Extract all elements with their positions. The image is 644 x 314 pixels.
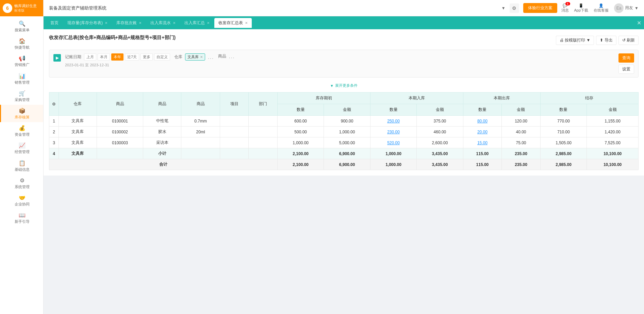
cell-out-qty[interactable]: 20.00 [463, 127, 502, 137]
goods-filter-label: 商品 [218, 53, 226, 59]
sidebar-item-marketing[interactable]: 📢 营销推广 [0, 52, 43, 70]
export-button[interactable]: ⬆ 导出 [596, 36, 616, 45]
sidebar-item-enterprise[interactable]: 🤝 企业协同 [0, 192, 43, 209]
query-button[interactable]: 查询 [618, 53, 634, 63]
logo-icon: 6 [3, 3, 12, 13]
cell-out-qty[interactable]: 15.00 [463, 137, 502, 148]
data-table: ⚙ 仓库 商品 商品 商品 项目 部门 库存期初 本期入库 本期出库 结存 数量 [49, 92, 639, 170]
th-closing-qty: 数量 [540, 104, 587, 116]
cell-department [249, 148, 278, 159]
expand-button[interactable]: ▼ 展开更多条件 [330, 83, 358, 88]
date-btn-本月[interactable]: 本月 [98, 53, 110, 61]
sidebar-item-finance[interactable]: 💰 资金管理 [0, 122, 43, 139]
cell-closing-qty: 1,505.00 [540, 137, 587, 148]
footer-out-qty: 115.00 [463, 159, 502, 170]
sidebar-item-operation[interactable]: 📈 经营管理 [0, 139, 43, 157]
sidebar-item-system[interactable]: ⚙ 系统管理 [0, 175, 43, 192]
cell-out-amt: 235.00 [502, 148, 541, 159]
tab-close-5[interactable]: ✕ [245, 21, 248, 25]
th-goods-spec: 商品 [181, 93, 220, 116]
cell-in-qty[interactable]: 520.00 [370, 137, 416, 148]
table-row: 4文具库小计2,100.006,900.001,000.003,435.0011… [49, 148, 639, 159]
footer-opening-qty: 2,100.00 [277, 159, 324, 170]
sidebar-label-system: 系统管理 [15, 185, 30, 189]
tab-2[interactable]: 库存批次账✕ [112, 18, 146, 28]
date-btn-上月[interactable]: 上月 [84, 53, 96, 61]
tab-label-1: 现存量(库存分布表) [67, 20, 103, 26]
cell-goods-name: 胶水 [143, 127, 181, 137]
cell-goods-name: 中性笔 [143, 116, 181, 127]
system-icon: ⚙ [20, 177, 24, 184]
cell-in-qty[interactable]: 230.00 [370, 127, 416, 137]
sidebar-label-operation: 经营管理 [15, 150, 30, 154]
table-gear-header[interactable]: ⚙ [49, 93, 59, 116]
th-group-in: 本期入库 [370, 93, 463, 104]
system-dropdown[interactable]: ▼ [501, 6, 506, 11]
tab-1[interactable]: 现存量(库存分布表)✕ [63, 18, 112, 28]
link-in-qty[interactable]: 250.00 [387, 119, 400, 123]
sidebar-item-search[interactable]: 🔍 搜索菜单 [0, 18, 43, 35]
tab-3[interactable]: 出入库流水✕ [146, 18, 180, 28]
settings-icon[interactable]: ⚙ [510, 3, 519, 13]
cell-out-amt: 40.00 [502, 127, 541, 137]
tab-0[interactable]: 首页 [46, 18, 63, 28]
link-out-qty[interactable]: 15.00 [477, 141, 488, 145]
sidebar-logo: 6 畅库调好生意 标准版 [0, 0, 43, 16]
goods-more[interactable]: ... [229, 54, 235, 59]
cell-warehouse: 文具库 [59, 137, 97, 148]
trial-button[interactable]: 体验行业方案 [523, 3, 557, 13]
tab-close-3[interactable]: ✕ [173, 21, 176, 25]
user-menu[interactable]: Ea 用友 ▼ [614, 3, 639, 13]
sidebar-label-sales: 销售管理 [15, 80, 30, 85]
date-btn-自定义[interactable]: 自定义 [154, 53, 170, 61]
warehouse-more[interactable]: ... [208, 54, 214, 60]
tab-close-1[interactable]: ✕ [105, 21, 108, 25]
link-in-qty[interactable]: 520.00 [387, 141, 400, 145]
tab-label-3: 出入库流水 [150, 20, 171, 26]
date-buttons: 上月本月本年近7天更多自定义 [84, 53, 170, 61]
footer-closing-amt: 10,100.00 [587, 159, 639, 170]
sidebar-label-guide: 新手引导 [15, 219, 30, 224]
th-warehouse: 仓库 [59, 93, 97, 116]
date-btn-更多[interactable]: 更多 [141, 53, 153, 61]
warehouse-filter-section: 仓库 文具库 ✕ ... [174, 53, 214, 61]
print-button[interactable]: 🖨 按模版打印 ▼ [556, 36, 594, 45]
warehouse-tag-close[interactable]: ✕ [200, 55, 203, 59]
th-project: 项目 [220, 93, 249, 116]
sidebar-label-purchase: 采购管理 [15, 98, 30, 102]
link-out-qty[interactable]: 80.00 [477, 119, 488, 123]
sidebar-item-quick[interactable]: 🏠 快捷导航 [0, 35, 43, 52]
app-download-button[interactable]: 📱 App下载 [574, 3, 589, 13]
th-group-opening: 库存期初 [277, 93, 370, 104]
online-service-button[interactable]: 👤 在线客服 [594, 3, 609, 13]
sidebar-item-inventory[interactable]: 📦 库存核算 [0, 105, 43, 122]
link-out-qty[interactable]: 20.00 [477, 130, 488, 134]
tab-close-2[interactable]: ✕ [139, 21, 142, 25]
date-btn-本年[interactable]: 本年 [111, 53, 123, 61]
tab-5[interactable]: 收发存汇总表✕ [214, 18, 252, 28]
link-in-qty[interactable]: 230.00 [387, 130, 400, 134]
footer-out-amt: 235.00 [502, 159, 541, 170]
tab-close-4[interactable]: ✕ [207, 21, 210, 25]
cell-in-qty[interactable]: 250.00 [370, 116, 416, 127]
tabbar-close-all[interactable]: ✕ [637, 20, 641, 26]
refresh-button[interactable]: ↺ 刷新 [618, 36, 639, 45]
sidebar: 6 畅库调好生意 标准版 🔍 搜索菜单 🏠 快捷导航 📢 营销推广 📊 销售管理… [0, 0, 44, 314]
filter-arrow-icon[interactable]: ▶ [53, 54, 61, 62]
page-title: 收发存汇总表(按仓库+商品编码+商品+规格型号+项目+部门) [49, 35, 176, 41]
cell-out-qty[interactable]: 80.00 [463, 116, 502, 127]
cell-opening-qty: 500.00 [277, 127, 324, 137]
sidebar-item-purchase[interactable]: 🛒 采购管理 [0, 87, 43, 105]
sidebar-item-basic[interactable]: 📋 基础信息 [0, 157, 43, 175]
table-settings-button[interactable]: 设置 [618, 65, 634, 74]
tab-4[interactable]: 出入库汇总✕ [180, 18, 214, 28]
cell-goods-spec: 0.7mm [181, 116, 220, 127]
message-button[interactable]: 💬 消息 6 [561, 3, 569, 13]
sidebar-item-guide[interactable]: 📖 新手引导 [0, 209, 43, 227]
sidebar-item-sales[interactable]: 📊 销售管理 [0, 70, 43, 87]
cell-project [220, 116, 249, 127]
basic-icon: 📋 [19, 160, 26, 166]
cell-in-amt: 375.00 [417, 116, 463, 127]
user-label: 用友 [625, 5, 633, 11]
date-btn-近7天[interactable]: 近7天 [125, 53, 139, 61]
